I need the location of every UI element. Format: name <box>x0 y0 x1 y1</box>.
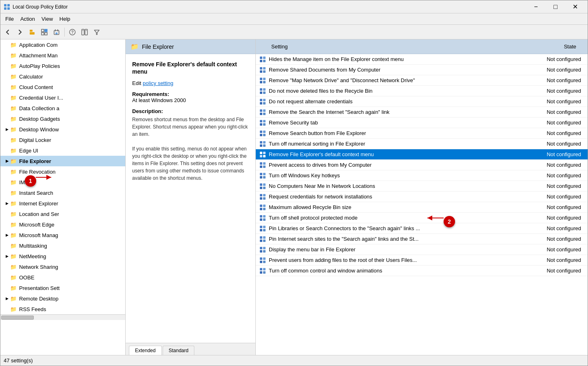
sidebar-item-desktop-window[interactable]: ▶ 📁 Desktop Window <box>0 124 125 135</box>
sidebar-item-credential[interactable]: 📁 Credential User I... <box>0 92 125 103</box>
expand-icon[interactable]: ▶ <box>4 200 10 207</box>
sidebar-item-microsoft-manag[interactable]: ▶ 📁 Microsoft Manag <box>0 230 125 240</box>
maximize-button[interactable]: □ <box>546 0 565 13</box>
setting-row[interactable]: Remove the Search the Internet "Search a… <box>256 107 588 118</box>
setting-row[interactable]: Maximum allowed Recycle Bin sizeNot conf… <box>256 202 588 213</box>
sidebar-item-rss-feeds[interactable]: 📁 RSS Feeds <box>0 304 125 314</box>
sidebar-item-multitasking[interactable]: 📁 Multitasking <box>0 240 125 251</box>
setting-row[interactable]: Prevent users from adding files to the r… <box>256 255 588 266</box>
title-bar: Local Group Policy Editor − □ ✕ <box>0 0 588 13</box>
expand-icon[interactable] <box>4 221 10 228</box>
expand-icon[interactable]: ▶ <box>4 126 10 133</box>
svg-rect-68 <box>263 187 266 189</box>
minimize-button[interactable]: − <box>527 0 545 13</box>
setting-row[interactable]: Display the menu bar in File ExplorerNot… <box>256 244 588 255</box>
setting-row[interactable]: Remove Security tabNot configured <box>256 118 588 128</box>
sidebar-item-file-explorer[interactable]: ▶ 📁 File Explorer <box>0 156 125 166</box>
show-hide-button[interactable] <box>39 26 50 38</box>
tab-extended[interactable]: Extended <box>129 346 162 355</box>
setting-row[interactable]: Do not move deleted files to the Recycle… <box>256 86 588 96</box>
setting-name: Pin Libraries or Search Connectors to th… <box>269 225 503 231</box>
expand-icon[interactable] <box>4 147 10 154</box>
sidebar-item-digital-locker[interactable]: 📁 Digital Locker <box>0 135 125 145</box>
setting-row[interactable]: Turn off numerical sorting in File Explo… <box>256 139 588 149</box>
description-text: Removes shortcut menus from the desktop … <box>132 116 249 182</box>
sidebar-item-presentation[interactable]: 📁 Presentation Sett <box>0 283 125 293</box>
setting-row[interactable]: Turn off Windows Key hotkeysNot configur… <box>256 170 588 181</box>
setting-row[interactable]: No Computers Near Me in Network Location… <box>256 181 588 192</box>
setting-row[interactable]: Remove "Map Network Drive" and "Disconne… <box>256 75 588 86</box>
sidebar-item-application-com[interactable]: 📁 Application Com <box>0 39 125 50</box>
sidebar-item-netmeeting[interactable]: ▶ 📁 NetMeeting <box>0 251 125 261</box>
expand-icon[interactable] <box>4 52 10 59</box>
sidebar-item-edge-ui[interactable]: 📁 Edge UI <box>0 145 125 156</box>
export-button[interactable] <box>51 26 62 38</box>
expand-icon[interactable]: ▶ <box>4 232 10 238</box>
close-button[interactable]: ✕ <box>566 0 584 13</box>
expand-icon[interactable] <box>4 84 10 90</box>
help-button[interactable]: ? <box>67 26 78 38</box>
setting-row[interactable]: Hides the Manage item on the File Explor… <box>256 54 588 65</box>
setting-row[interactable]: Remove File Explorer's default context m… <box>256 149 588 160</box>
menu-action[interactable]: Action <box>17 14 38 24</box>
expand-icon[interactable] <box>4 41 10 48</box>
expand-icon[interactable]: ▶ <box>4 158 10 164</box>
properties-button[interactable] <box>79 26 90 38</box>
expand-icon[interactable] <box>4 137 10 143</box>
filter-button[interactable] <box>91 26 102 38</box>
expand-icon[interactable] <box>4 63 10 69</box>
expand-icon[interactable] <box>4 168 10 175</box>
expand-icon[interactable] <box>4 285 10 291</box>
setting-row[interactable]: Pin Libraries or Search Connectors to th… <box>256 223 588 234</box>
setting-row[interactable]: Turn off shell protocol protected modeNo… <box>256 213 588 223</box>
sidebar-item-microsoft-edge[interactable]: 📁 Microsoft Edge <box>0 219 125 230</box>
setting-row[interactable]: Prevent access to drives from My Compute… <box>256 160 588 170</box>
sidebar-item-network-sharing[interactable]: 📁 Network Sharing <box>0 261 125 272</box>
setting-row[interactable]: Turn off common control and window anima… <box>256 266 588 276</box>
tab-standard[interactable]: Standard <box>163 346 195 355</box>
sidebar-item-calculator[interactable]: 📁 Calculator <box>0 71 125 82</box>
expand-icon[interactable] <box>4 73 10 80</box>
setting-row[interactable]: Pin Internet search sites to the "Search… <box>256 234 588 244</box>
menu-view[interactable]: View <box>38 14 56 24</box>
expand-icon[interactable] <box>4 306 10 312</box>
back-button[interactable] <box>2 26 13 38</box>
expand-icon[interactable] <box>4 274 10 281</box>
expand-icon[interactable] <box>4 211 10 217</box>
svg-rect-9 <box>45 33 47 35</box>
sidebar-item-data-collection[interactable]: 📁 Data Collection a <box>0 103 125 113</box>
menu-file[interactable]: File <box>2 14 17 24</box>
setting-row[interactable]: Remove Shared Documents from My Computer… <box>256 65 588 75</box>
forward-button[interactable] <box>14 26 26 38</box>
up-button[interactable] <box>26 26 38 38</box>
menu-help[interactable]: Help <box>56 14 74 24</box>
sidebar-item-label: Cloud Content <box>19 84 53 90</box>
sidebar-item-cloud[interactable]: 📁 Cloud Content <box>0 82 125 92</box>
sidebar-item-ime[interactable]: 📁 IME <box>0 177 125 187</box>
sidebar-item-oobe[interactable]: 📁 OOBE <box>0 272 125 283</box>
expand-icon[interactable]: ▶ <box>4 253 10 259</box>
sidebar-item-location[interactable]: 📁 Location and Ser <box>0 209 125 219</box>
sidebar-item-autoplay[interactable]: 📁 AutoPlay Policies <box>0 61 125 71</box>
sidebar-item-attachment-man[interactable]: 📁 Attachment Man <box>0 50 125 61</box>
sidebar-item-desktop-gadgets[interactable]: 📁 Desktop Gadgets <box>0 113 125 124</box>
sidebar-item-remote-desktop[interactable]: ▶ 📁 Remote Desktop <box>0 293 125 304</box>
sidebar-item-internet-explorer[interactable]: ▶ 📁 Internet Explorer <box>0 198 125 209</box>
expand-icon[interactable] <box>4 94 10 101</box>
sidebar-item-file-revocation[interactable]: 📁 File Revocation <box>0 166 125 177</box>
setting-row[interactable]: Remove Search button from File ExplorerN… <box>256 128 588 139</box>
expand-icon[interactable] <box>4 115 10 122</box>
svg-rect-59 <box>260 166 262 168</box>
expand-icon[interactable] <box>4 242 10 249</box>
expand-icon[interactable] <box>4 264 10 270</box>
expand-icon[interactable]: ▶ <box>4 295 10 302</box>
sidebar-item-instant-search[interactable]: 📁 Instant Search <box>0 187 125 198</box>
expand-icon[interactable] <box>4 190 10 196</box>
expand-icon[interactable] <box>4 105 10 111</box>
setting-row[interactable]: Request credentials for network installa… <box>256 192 588 202</box>
sidebar-scrollbar[interactable] <box>0 314 125 320</box>
policy-setting-link[interactable]: policy setting <box>143 80 173 86</box>
setting-row[interactable]: Do not request alternate credentialsNot … <box>256 96 588 107</box>
expand-icon[interactable] <box>4 179 10 185</box>
sidebar-tree: 📁 Application Com 📁 Attachment Man 📁 Aut… <box>0 39 126 355</box>
